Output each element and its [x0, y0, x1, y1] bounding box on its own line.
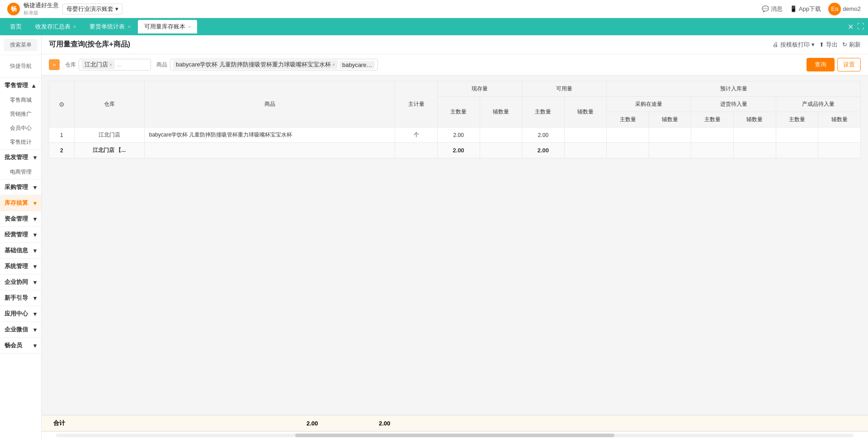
sidebar-section-finance: 资金管理 ▾ — [0, 211, 41, 227]
sidebar-section-newguide: 新手引导 ▾ — [0, 290, 41, 306]
industry-selector[interactable]: 母婴行业演示账套 ▾ — [62, 4, 123, 14]
tab-home[interactable]: 首页 — [4, 20, 28, 33]
product-tag-babycare: babycare学饮杯 儿童防摔防撞吸管杯重力球吸嘴杯宝宝水杯 × — [173, 60, 338, 69]
remove-warehouse-tag[interactable]: × — [109, 62, 112, 67]
footer-current-total: 2.00 — [294, 420, 330, 427]
sidebar-section-wecom-header[interactable]: 企业微信 ▾ — [0, 322, 41, 337]
app-download-button[interactable]: 📱 App下载 — [790, 5, 821, 13]
cell-inb-main-1 — [691, 127, 734, 143]
sidebar-section-enterprise: 企业协同 ▾ — [0, 274, 41, 290]
page-actions: 🖨 按模板打印 ▾ ⬆ 导出 ↻ 刷新 — [773, 41, 861, 49]
refresh-button[interactable]: ↻ 刷新 — [842, 41, 861, 49]
sidebar-section-system: 系统管理 ▾ — [0, 259, 41, 274]
sidebar-section-basics: 基础信息 ▾ — [0, 243, 41, 259]
sidebar-section-system-header[interactable]: 系统管理 ▾ — [0, 259, 41, 274]
horizontal-scrollbar[interactable] — [56, 434, 854, 437]
product-tags-input[interactable]: babycare学饮杯 儿童防摔防撞吸管杯重力球吸嘴杯宝宝水杯 × babyca… — [170, 59, 378, 71]
remove-product-tag[interactable]: × — [332, 62, 335, 67]
export-button[interactable]: ⬆ 导出 — [819, 41, 838, 49]
user-menu[interactable]: Ea demo2 — [828, 3, 861, 15]
cell-cur-main-1: 2.00 — [437, 127, 480, 143]
chevron-right-icon: ▾ — [33, 326, 37, 333]
sidebar-search: 搜索菜单 — [0, 35, 41, 55]
sidebar-section-operations: 经营管理 ▾ — [0, 227, 41, 243]
col-avail-auxqty-header: 辅数量 — [564, 97, 607, 127]
warehouse-more[interactable]: … — [117, 61, 122, 68]
col-settings-header[interactable]: ⚙ — [49, 81, 75, 127]
cell-pur-main-2 — [607, 143, 649, 158]
print-icon: 🖨 — [773, 41, 778, 48]
footer-label: 合计 — [49, 419, 65, 427]
sidebar-section-retail-header[interactable]: 零售管理 ▲ — [0, 78, 41, 93]
warehouse-filter: 仓库 江北门店 × … — [65, 59, 151, 71]
chevron-down-icon: ▾ — [33, 154, 37, 161]
message-button[interactable]: 💬 消息 — [762, 5, 783, 13]
sidebar-section-membership: 畅会员 ▾ — [0, 338, 41, 354]
chevron-up-icon: ▲ — [31, 82, 37, 89]
close-window-icon[interactable]: ✕ — [848, 23, 854, 31]
download-icon: 📱 — [790, 5, 797, 12]
tab-available-stock[interactable]: 可用量库存账本 × — [138, 20, 197, 33]
warehouse-tags-input[interactable]: 江北门店 × … — [79, 59, 151, 71]
col-planned-header: 预计入库量 — [607, 81, 861, 97]
cell-no-1: 1 — [49, 127, 75, 143]
sidebar-section-membership-header[interactable]: 畅会员 ▾ — [0, 338, 41, 353]
scroll-thumb — [295, 434, 614, 437]
page-title: 可用量查询(按仓库+商品) — [49, 40, 130, 49]
sidebar-item-retail-mall[interactable]: 零售商城 — [0, 93, 41, 107]
col-production-pending-header: 产成品待入量 — [776, 97, 860, 112]
warehouse-tag-jiangbei: 江北门店 × — [82, 60, 115, 69]
column-settings-icon[interactable]: ⚙ — [59, 101, 65, 108]
col-current-mainqty-header: 主数量 — [437, 97, 480, 127]
filter-expand-button[interactable]: » — [49, 59, 60, 70]
tab-order-stats[interactable]: 要货单统计表 × — [83, 20, 137, 33]
sidebar-item-marketing[interactable]: 营销推广 — [0, 107, 41, 121]
col-inbound-pending-header: 进货待入量 — [691, 97, 776, 112]
sidebar-section-inventory-header[interactable]: 库存核算 ▾ — [0, 195, 41, 211]
product-label: 商品 — [156, 61, 167, 69]
top-bar-left: 畅 畅捷通好生意 标准版 母婴行业演示账套 ▾ — [7, 2, 123, 16]
export-icon: ⬆ — [819, 41, 824, 48]
sidebar-section-purchase-header[interactable]: 采购管理 ▾ — [0, 179, 41, 195]
sidebar-section-newguide-header[interactable]: 新手引导 ▾ — [0, 290, 41, 306]
query-button[interactable]: 查询 — [807, 58, 835, 71]
col-purchase-transit-header: 采购在途量 — [607, 97, 691, 112]
close-tab-income[interactable]: × — [73, 24, 76, 29]
cell-unit-1: 个 — [395, 127, 438, 143]
sidebar-section-finance-header[interactable]: 资金管理 ▾ — [0, 211, 41, 227]
close-tab-order[interactable]: × — [127, 24, 130, 29]
sidebar-item-quick-nav[interactable]: 快捷导航 — [0, 59, 41, 74]
chevron-right-icon: ▾ — [33, 216, 37, 222]
product-tag-babycare2: babycare… — [340, 61, 375, 69]
cell-pur-main-1 — [607, 127, 649, 143]
sidebar-section-basics-header[interactable]: 基础信息 ▾ — [0, 243, 41, 258]
cell-prod-aux-1 — [818, 127, 861, 143]
filter-actions: 查询 设置 — [807, 58, 861, 71]
sidebar-section-wecom: 企业微信 ▾ — [0, 322, 41, 338]
sidebar-item-members[interactable]: 会员中心 — [0, 121, 41, 135]
sidebar-item-ecommerce[interactable]: 电商管理 — [0, 165, 41, 179]
sidebar-section-appcenter: 应用中心 ▾ — [0, 306, 41, 322]
cell-product-2 — [144, 143, 395, 158]
message-icon: 💬 — [762, 5, 769, 12]
cell-inb-main-2 — [691, 143, 734, 158]
cell-avail-main-2: 2.00 — [522, 143, 565, 158]
print-template-button[interactable]: 🖨 按模板打印 ▾ — [773, 41, 815, 49]
col-current-auxqty-header: 辅数量 — [480, 97, 522, 127]
sidebar-section-appcenter-header[interactable]: 应用中心 ▾ — [0, 306, 41, 321]
search-menu-button[interactable]: 搜索菜单 — [4, 39, 38, 51]
sidebar-section-inventory: 库存核算 ▾ — [0, 195, 41, 211]
sidebar-item-retail-stats[interactable]: 零售统计 — [0, 135, 41, 149]
sidebar-section-operations-header[interactable]: 经营管理 ▾ — [0, 227, 41, 242]
sidebar-section-enterprise-header[interactable]: 企业协同 ▾ — [0, 274, 41, 290]
col-mainunit-header: 主计量 — [395, 81, 438, 127]
col-prod-mainqty: 主数量 — [776, 112, 818, 127]
cell-avail-aux-1 — [564, 127, 607, 143]
avatar: Ea — [828, 3, 841, 15]
close-tab-available[interactable]: × — [188, 24, 191, 29]
settings-button[interactable]: 设置 — [837, 58, 861, 71]
expand-window-icon[interactable]: ⛶ — [857, 23, 864, 31]
tab-income-expense[interactable]: 收发存汇总表 × — [29, 20, 82, 33]
logo-icon: 畅 — [7, 3, 20, 15]
sidebar-section-wholesale-header[interactable]: 批发管理 ▾ — [0, 150, 41, 165]
